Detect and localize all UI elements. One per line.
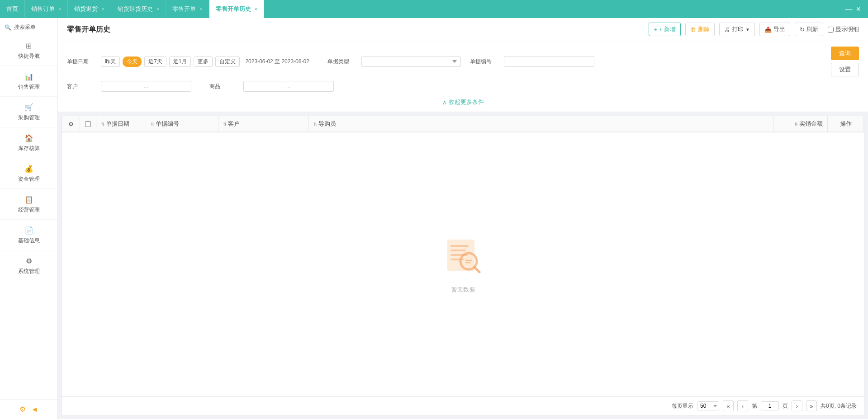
svg-rect-1 — [451, 245, 469, 247]
customer-input[interactable]: ... — [101, 81, 191, 92]
column-settings-icon[interactable]: ⚙ — [68, 121, 74, 127]
date-filter-label: 单据日期 — [67, 58, 92, 66]
tab-close-sales-order[interactable]: × — [58, 6, 61, 12]
window-close-icon[interactable]: × — [856, 5, 861, 14]
sidebar-item-inventory[interactable]: 🏠 库存核算 — [0, 127, 57, 158]
sidebar-item-label-finance: 资金管理 — [18, 175, 40, 183]
th-date: ⇅ 单据日期 — [96, 116, 146, 132]
sort-customer-icon[interactable]: ⇅ — [223, 122, 227, 127]
date-btn-1month[interactable]: 近1月 — [169, 56, 191, 67]
chevron-up-icon: ∧ — [442, 99, 447, 106]
total-info: 共0页, 0条记录 — [821, 402, 857, 410]
sidebar-search[interactable]: 🔍 搜索采单 — [0, 18, 57, 35]
prev-page-icon: ‹ — [742, 403, 744, 410]
toolbar: + + 新增 🗑 删除 🖨 打印 ▼ 📤 导出 ↻ — [649, 23, 859, 36]
finance-icon: 💰 — [24, 164, 34, 174]
pagination-last-button[interactable]: » — [806, 400, 817, 411]
sort-amount-icon[interactable]: ⇅ — [794, 122, 798, 127]
pagination-first-button[interactable]: « — [723, 400, 734, 411]
basic-info-icon: 📄 — [24, 225, 34, 235]
customer-filter-label: 客户 — [67, 83, 92, 90]
svg-point-6 — [463, 256, 474, 267]
sort-guide-icon[interactable]: ⇅ — [313, 122, 317, 127]
date-filter-options: 昨天 今天 近7天 近1月 更多 自定义 2023-06-02 至 2023-0… — [101, 56, 309, 67]
sidebar-item-label-system: 系统管理 — [18, 268, 40, 275]
settings-button[interactable]: 设置 — [831, 63, 859, 76]
table-header: ⚙ ⇅ 单据日期 ⇅ 单据编号 ⇅ 客户 ⇅ — [62, 116, 864, 132]
sidebar-item-basic-info[interactable]: 📄 基础信息 — [0, 220, 57, 250]
query-button[interactable]: 查询 — [831, 47, 859, 60]
pagination: 每页显示 50 10 20 100 « ‹ 第 页 › — [62, 396, 864, 415]
th-settings[interactable]: ⚙ — [62, 116, 80, 132]
print-button[interactable]: 🖨 打印 ▼ — [719, 23, 755, 36]
tab-close-retail-open-history[interactable]: × — [255, 6, 257, 12]
system-icon: ⚙ — [24, 256, 34, 266]
date-btn-custom[interactable]: 自定义 — [215, 56, 240, 67]
tab-sales-return-history[interactable]: 销货退货历史 × — [111, 0, 166, 18]
page-title: 零售开单历史 — [67, 25, 110, 34]
date-btn-yesterday[interactable]: 昨天 — [101, 56, 120, 67]
tab-close-retail-open[interactable]: × — [199, 6, 202, 12]
display-detail-checkbox-label[interactable]: 显示明细 — [828, 25, 859, 33]
sidebar-settings-icon[interactable]: ⚙ — [19, 405, 26, 414]
top-navigation-bar: 首页 销售订单 × 销货退货 × 销货退货历史 × 零售开单 × 零售开单历史 … — [0, 0, 868, 18]
sidebar-collapse-icon[interactable]: ◄ — [31, 405, 38, 414]
tab-close-sales-return-history[interactable]: × — [157, 6, 159, 12]
window-min-icon[interactable]: — — [845, 5, 852, 13]
sidebar-item-sales-mgmt[interactable]: 📊 销售管理 — [0, 66, 57, 97]
tab-retail-open[interactable]: 零售开单 × — [166, 0, 209, 18]
search-icon: 🔍 — [5, 24, 11, 31]
date-btn-7days[interactable]: 近7天 — [144, 56, 166, 67]
sort-date-icon[interactable]: ⇅ — [101, 122, 104, 127]
svg-rect-4 — [451, 259, 464, 260]
tab-sales-order[interactable]: 销售订单 × — [25, 0, 68, 18]
sidebar-item-finance[interactable]: 💰 资金管理 — [0, 158, 57, 189]
sidebar-item-system[interactable]: ⚙ 系统管理 — [0, 250, 57, 281]
sidebar-item-purchase-mgmt[interactable]: 🛒 采购管理 — [0, 97, 57, 127]
sort-num-icon[interactable]: ⇅ — [151, 122, 154, 127]
add-button[interactable]: + + 新增 — [649, 23, 681, 36]
svg-line-7 — [474, 267, 479, 272]
doc-type-select-wrapper — [361, 56, 461, 67]
print-icon: 🖨 — [724, 26, 730, 33]
refresh-button[interactable]: ↻ 刷新 — [795, 23, 823, 36]
tab-close-sales-return[interactable]: × — [101, 6, 104, 12]
content-area: 零售开单历史 + + 新增 🗑 删除 🖨 打印 ▼ 📤 导出 — [58, 18, 868, 419]
pagination-prev-button[interactable]: ‹ — [737, 400, 748, 411]
tab-retail-open-history[interactable]: 零售开单历史 × — [209, 0, 264, 18]
sidebar-item-operations[interactable]: 📋 经营管理 — [0, 189, 57, 220]
date-btn-today[interactable]: 今天 — [123, 56, 142, 67]
date-btn-more[interactable]: 更多 — [194, 56, 213, 67]
filter-row-1: 单据日期 昨天 今天 近7天 近1月 更多 自定义 2023-06-02 至 2… — [67, 47, 859, 76]
th-num: ⇅ 单据编号 — [146, 116, 218, 132]
tab-home[interactable]: 首页 — [0, 0, 25, 18]
page-size-select[interactable]: 50 10 20 100 — [697, 401, 719, 410]
doc-num-filter-label: 单据编号 — [470, 58, 495, 66]
table-container: ⚙ ⇅ 单据日期 ⇅ 单据编号 ⇅ 客户 ⇅ — [62, 116, 864, 415]
export-button[interactable]: 📤 导出 — [759, 23, 790, 36]
th-checkbox[interactable] — [80, 116, 96, 132]
collapse-more-button[interactable]: ∧ 收起更多条件 — [67, 96, 859, 108]
next-page-icon: › — [796, 403, 798, 410]
delete-icon: 🗑 — [690, 26, 696, 33]
doc-num-input[interactable] — [504, 56, 594, 67]
add-icon: + — [654, 26, 657, 33]
sidebar-bottom: ⚙ ◄ — [0, 399, 57, 419]
sidebar-item-quick-nav[interactable]: ⊞ 快捷导航 — [0, 35, 57, 66]
select-all-checkbox[interactable] — [85, 121, 91, 127]
goods-input[interactable]: ... — [243, 81, 334, 92]
purchase-mgmt-icon: 🛒 — [24, 102, 34, 112]
page-suffix: 页 — [783, 402, 788, 410]
tab-sales-return[interactable]: 销货退货 × — [68, 0, 111, 18]
doc-type-select[interactable] — [361, 56, 461, 67]
page-input[interactable] — [761, 401, 779, 410]
sidebar-search-label: 搜索采单 — [14, 24, 36, 31]
pagination-next-button[interactable]: › — [792, 400, 802, 411]
page-header: 零售开单历史 + + 新增 🗑 删除 🖨 打印 ▼ 📤 导出 — [58, 18, 868, 41]
refresh-icon: ↻ — [800, 26, 805, 33]
sidebar-item-label-basic-info: 基础信息 — [18, 237, 40, 245]
sidebar-item-label-inventory: 库存核算 — [18, 145, 40, 152]
display-detail-checkbox[interactable] — [828, 27, 834, 33]
delete-button[interactable]: 🗑 删除 — [685, 23, 715, 36]
sidebar-item-label-operations: 经营管理 — [18, 206, 40, 214]
